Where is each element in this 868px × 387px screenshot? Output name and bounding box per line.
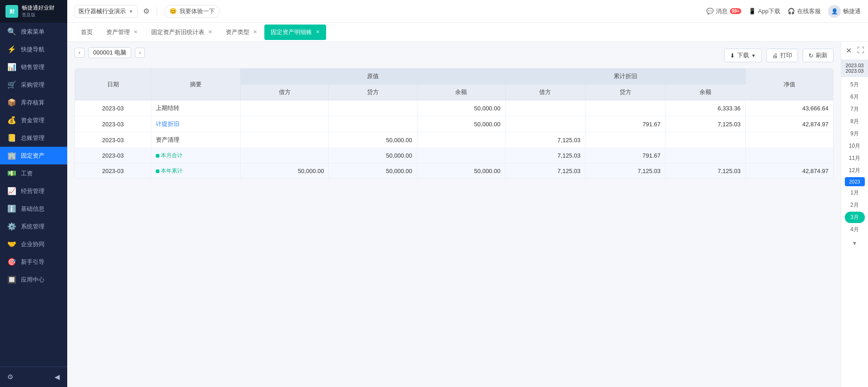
asset-code: 000001 [93, 49, 113, 56]
td-ov-credit: 50,000.00 [329, 148, 417, 164]
timeline-header-date1: 2023.03 [846, 63, 864, 68]
app-name: 畅捷通好业财 [22, 5, 55, 12]
sidebar-item-quick-nav[interactable]: ⚡ 快捷导航 [0, 40, 67, 58]
table-row: 2023-03 本年累计 50,000.00 50,000.00 50,000.… [75, 164, 833, 179]
td-ad-balance: 7,125.03 [665, 164, 745, 179]
sidebar-logo: 财 畅捷通好业财 普及版 [0, 0, 67, 23]
sidebar-label-app-center: 应用中心 [21, 276, 45, 284]
sidebar-label-basic-info: 基础信息 [21, 205, 45, 213]
user-section[interactable]: 👤 畅捷通 [828, 5, 861, 18]
sidebar-item-sales[interactable]: 📊 销售管理 [0, 58, 67, 76]
th-ad-debit: 借方 [505, 84, 585, 100]
collapse-icon[interactable]: ◀ [55, 373, 60, 381]
timeline-month-7月[interactable]: 7月 [845, 104, 865, 115]
main-area: 医疗器械行业演示 ▼ ⚙ 😊 我要体验一下 💬 消息 99+ 📱 App下载 🎧… [67, 0, 868, 387]
tab-close-asset-detail[interactable]: ✕ [316, 29, 320, 35]
refresh-label: 刷新 [816, 51, 828, 60]
sidebar-item-guide[interactable]: 🎯 新手引导 [0, 253, 67, 271]
timeline-down-icon[interactable]: ▾ [853, 239, 856, 247]
th-ov-debit: 借方 [241, 84, 329, 100]
experience-button[interactable]: 😊 我要体验一下 [164, 5, 220, 18]
timeline-month-10月[interactable]: 10月 [845, 140, 865, 152]
td-desc: 本月合计 [151, 148, 241, 164]
ledger-icon: 📒 [7, 134, 16, 142]
sidebar-item-capital[interactable]: 💰 资金管理 [0, 111, 67, 129]
sidebar-item-purchase[interactable]: 🛒 采购管理 [0, 76, 67, 94]
sidebar-item-collaboration[interactable]: 🤝 企业协同 [0, 235, 67, 253]
download-label: App下载 [758, 7, 780, 15]
sidebar-item-operations[interactable]: 📈 经营管理 [0, 182, 67, 200]
timeline-month-8月[interactable]: 8月 [845, 116, 865, 127]
sidebar-label-quick-nav: 快捷导航 [21, 45, 45, 54]
next-asset-button[interactable]: › [135, 48, 145, 58]
tab-asset-manage[interactable]: 资产管理✕ [100, 25, 144, 40]
purchase-icon: 🛒 [7, 80, 16, 89]
summary-badge: 本年累计 [156, 167, 183, 175]
message-icon: 💬 [706, 8, 714, 15]
sidebar-item-ledger[interactable]: 📒 总账管理 [0, 129, 67, 147]
sidebar-item-fixed-assets[interactable]: 🏢 固定资产 [0, 147, 67, 164]
download-action-button[interactable]: ⬇ 下载 ▼ [724, 49, 762, 62]
sidebar: 财 畅捷通好业财 普及版 🔍 搜索菜单 ⚡ 快捷导航 📊 销售管理 🛒 采购管理… [0, 0, 67, 387]
tab-home[interactable]: 首页 [74, 25, 99, 40]
panel-expand-icon[interactable]: ⛶ [854, 44, 867, 58]
quick-nav-icon: ⚡ [7, 45, 16, 54]
td-ov-balance: 50,000.00 [417, 116, 505, 132]
topbar-settings-icon[interactable]: ⚙ [143, 7, 149, 15]
tab-depreciation-table[interactable]: 固定资产折旧统计表✕ [145, 25, 218, 40]
tab-asset-detail[interactable]: 固定资产明细账✕ [264, 25, 326, 40]
message-button[interactable]: 💬 消息 99+ [706, 7, 741, 15]
tab-close-asset-manage[interactable]: ✕ [134, 29, 138, 35]
user-avatar: 👤 [828, 5, 841, 18]
download-button[interactable]: 📱 App下载 [749, 7, 780, 15]
desc-link[interactable]: 计提折旧 [156, 120, 179, 127]
tab-label-home: 首页 [81, 28, 93, 36]
timeline-month-1月[interactable]: 1月 [845, 187, 865, 198]
settings-icon[interactable]: ⚙ [7, 373, 13, 381]
th-accumulated-depreciation: 累计折旧 [505, 69, 745, 84]
td-date: 2023-03 [75, 116, 151, 132]
tab-close-depreciation-table[interactable]: ✕ [208, 29, 212, 35]
topbar: 医疗器械行业演示 ▼ ⚙ 😊 我要体验一下 💬 消息 99+ 📱 App下载 🎧… [67, 0, 868, 23]
tab-asset-type[interactable]: 资产类型✕ [219, 25, 263, 40]
print-action-button[interactable]: 🖨 打印 [766, 49, 798, 62]
timeline-header: 2023.03 2023.03 [841, 60, 868, 77]
th-ov-credit: 贷方 [329, 84, 417, 100]
td-ad-balance [665, 132, 745, 148]
sidebar-item-search[interactable]: 🔍 搜索菜单 [0, 23, 67, 40]
timeline-month-11月[interactable]: 11月 [845, 153, 865, 164]
system-icon: ⚙️ [7, 222, 16, 231]
sidebar-label-system: 系统管理 [21, 223, 45, 231]
td-net: 42,874.97 [745, 164, 833, 179]
timeline-month-5月[interactable]: 5月 [845, 79, 865, 90]
timeline-month-2月[interactable]: 2月 [845, 199, 865, 211]
service-button[interactable]: 🎧 在线客服 [788, 7, 821, 15]
message-label: 消息 [716, 7, 728, 15]
service-icon: 🎧 [788, 8, 795, 15]
table-row: 2023-03 上期结转 50,000.00 6,333.36 43,666.6… [75, 100, 833, 116]
action-bar: ⬇ 下载 ▼ 🖨 打印 ↻ 刷新 [724, 49, 833, 62]
sidebar-item-payroll[interactable]: 💵 工资 [0, 164, 67, 182]
timeline-months: 5月6月7月8月9月10月11月12月20231月2月3月4月 [841, 77, 868, 238]
sidebar-label-ledger: 总账管理 [21, 134, 45, 142]
timeline-month-4月[interactable]: 4月 [845, 224, 865, 235]
timeline-month-9月[interactable]: 9月 [845, 128, 865, 139]
td-ov-debit [241, 116, 329, 132]
sidebar-label-guide: 新手引导 [21, 258, 45, 266]
sidebar-item-system[interactable]: ⚙️ 系统管理 [0, 218, 67, 235]
timeline-year-2023[interactable]: 2023 [845, 177, 865, 186]
timeline-header-date2: 2023.03 [846, 68, 864, 74]
td-date: 2023-03 [75, 148, 151, 164]
refresh-action-button[interactable]: ↻ 刷新 [803, 49, 833, 62]
panel-close-icon[interactable]: ✕ [843, 44, 854, 58]
timeline-month-12月[interactable]: 12月 [845, 165, 865, 176]
prev-asset-button[interactable]: ‹ [74, 48, 84, 58]
timeline-month-3月[interactable]: 3月 [845, 212, 865, 223]
tab-close-asset-type[interactable]: ✕ [253, 29, 257, 35]
sidebar-item-inventory[interactable]: 📦 库存核算 [0, 94, 67, 111]
timeline-month-6月[interactable]: 6月 [845, 91, 865, 103]
sidebar-item-basic-info[interactable]: ℹ️ 基础信息 [0, 200, 67, 218]
sidebar-item-app-center[interactable]: 🔲 应用中心 [0, 271, 67, 288]
app-edition: 普及版 [22, 12, 55, 18]
company-selector[interactable]: 医疗器械行业演示 ▼ [74, 5, 138, 18]
